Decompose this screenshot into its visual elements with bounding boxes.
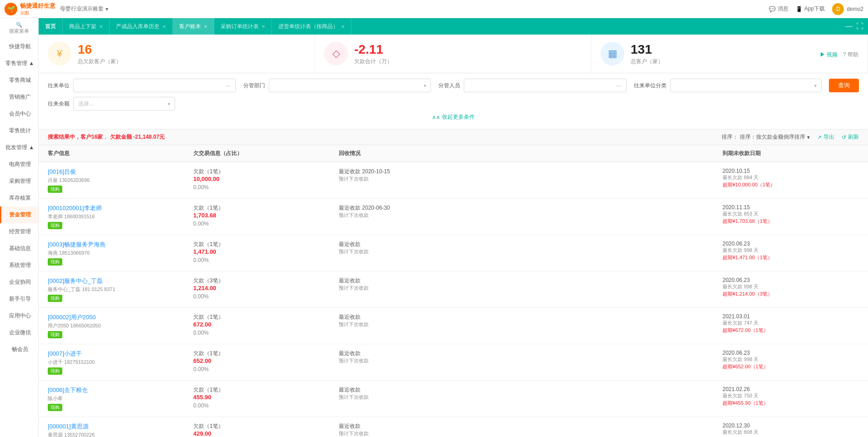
overdue-link-2[interactable]: 超期¥1,471.00（1笔） xyxy=(722,255,773,260)
customer-name-0[interactable]: [0016]吕俊 xyxy=(48,168,193,176)
sidebar-item-member[interactable]: 会员中心 xyxy=(0,105,38,122)
sidebar-item-marketing[interactable]: 营销推广 xyxy=(0,89,38,105)
sidebar-item-inventory[interactable]: 库存核算 xyxy=(0,190,38,206)
sort-control[interactable]: 排序： 排序：按欠款金额倒序排序 ▾ xyxy=(722,133,810,141)
tab-close-icon-2[interactable]: ✕ xyxy=(162,24,166,29)
tab-close-icon-5[interactable]: ✕ xyxy=(341,24,345,29)
tab-close-icon[interactable]: ✕ xyxy=(99,24,103,29)
debt-amount-6[interactable]: 455.90 xyxy=(193,394,339,401)
customer-name-1[interactable]: [0001020001]李老师 xyxy=(48,204,193,212)
customer-tag-1: 现购 xyxy=(48,222,62,229)
sidebar-item-finance[interactable]: 资金管理 xyxy=(0,206,38,223)
debt-amount-2[interactable]: 1,471.00 xyxy=(193,248,339,255)
filter-source-unit: 往来单位 ··· xyxy=(48,79,236,92)
sidebar-item-system[interactable]: 系统管理 xyxy=(0,257,38,274)
collapse-icon: ∧∧ xyxy=(432,114,440,121)
overdue-link-0[interactable]: 超期¥10,000.00（1笔） xyxy=(722,182,775,187)
customer-name-7[interactable]: [000001]黄思源 xyxy=(48,422,193,431)
result-bar: 搜索结果中，客户16家， 欠款金额 -21,148.07元 排序： 排序：按欠款… xyxy=(39,130,868,145)
refresh-btn[interactable]: ↺ 刷新 xyxy=(842,133,859,141)
debt-percent-6: 0.00% xyxy=(193,402,339,409)
sidebar-item-app-center[interactable]: 应用中心 xyxy=(0,307,38,324)
window-minimize-icon[interactable]: — xyxy=(845,22,853,30)
overdue-link-3[interactable]: 超期¥1,214.00（3笔） xyxy=(722,291,773,296)
sidebar-item-purchase[interactable]: 采购管理 xyxy=(0,173,38,190)
debt-amount-5[interactable]: 652.00 xyxy=(193,357,339,364)
tab-close-icon-4[interactable]: ✕ xyxy=(261,24,265,29)
overdue-link-1[interactable]: 超期¥1,703.68（1笔） xyxy=(722,218,773,224)
customer-tag-6: 现购 xyxy=(48,404,62,411)
last-collection-2: 最近收款 xyxy=(339,241,722,248)
unit-category-label: 往来单位分类 xyxy=(634,82,667,90)
customer-tag-0: 现购 xyxy=(48,186,62,193)
tab-import-stats[interactable]: 进货单统计表（按商品） ✕ xyxy=(272,18,351,35)
sidebar-item-basic-info[interactable]: 基础信息 xyxy=(0,240,38,257)
search-button[interactable]: 查询 xyxy=(829,79,859,92)
tab-home[interactable]: 首页 xyxy=(39,18,63,35)
tab-product-shelf[interactable]: 商品上下架 ✕ xyxy=(63,18,110,35)
sidebar-item-retail-mall[interactable]: 零售商城 xyxy=(0,72,38,89)
customer-name-2[interactable]: [0003]畅捷服务尹海燕 xyxy=(48,241,193,249)
sidebar-item-wholesale[interactable]: 批发管理 ▲ xyxy=(0,139,38,156)
sidebar-item-enterprise-wechat[interactable]: 企业微信 xyxy=(0,324,38,341)
debt-info-0: 欠款（1笔） 10,000.00 0.00% xyxy=(193,168,339,191)
video-link[interactable]: ▶ 视频 xyxy=(820,51,838,59)
customer-name-6[interactable]: [0006]去下粮仓 xyxy=(48,386,193,394)
app-download-btn[interactable]: 📱 App下载 xyxy=(796,5,825,13)
window-expand-icon[interactable]: ⛶ xyxy=(856,22,863,30)
unit-category-select[interactable]: ▾ xyxy=(670,79,822,92)
overdue-info-4: 2021.03.01 最长欠款 747 天 超期¥672.00（1笔） xyxy=(722,313,859,334)
source-unit-input[interactable]: ··· xyxy=(73,79,236,92)
debt-percent-3: 0.00% xyxy=(193,293,339,300)
sidebar-item-retail-mgmt[interactable]: 零售管理 ▲ xyxy=(0,55,38,72)
store-selector[interactable]: 母婴行业演示账套 ▾ xyxy=(60,5,108,13)
debt-amount-3[interactable]: 1,214.00 xyxy=(193,285,339,291)
customer-tag-5: 现购 xyxy=(48,367,62,375)
tab-customer-ledger[interactable]: 客户账本 ✕ xyxy=(173,18,214,35)
sidebar-item-operations[interactable]: 经营管理 xyxy=(0,223,38,240)
dept-select[interactable]: ▾ xyxy=(269,79,431,92)
collapse-filter-btn[interactable]: ∧∧ 收起更多条件 xyxy=(48,111,859,124)
last-collection-5: 最近收款 xyxy=(339,350,722,357)
sidebar-item-quick-nav[interactable]: 快捷导航 xyxy=(0,38,38,55)
col-header-customer: 客户信息 xyxy=(48,150,193,157)
debt-amount-0[interactable]: 10,000.00 xyxy=(193,176,339,182)
customer-name-4[interactable]: [000002]用户2050 xyxy=(48,313,193,321)
help-link[interactable]: ? 帮助 xyxy=(843,51,858,59)
debt-info-7: 欠款（1笔） 429.00 0.00% xyxy=(193,422,339,437)
tab-purchase-stats[interactable]: 采购订单统计表 ✕ xyxy=(214,18,272,35)
person-input[interactable]: ··· xyxy=(464,79,627,92)
sidebar-search[interactable]: 🔍 搜索菜单 xyxy=(0,18,38,38)
customer-name-5[interactable]: [0007]小进干 xyxy=(48,350,193,358)
stat-debt-customers: ¥ 16 总欠款客户（家） xyxy=(39,35,315,73)
export-btn[interactable]: ↗ 导出 xyxy=(817,133,834,141)
balance-label: 往来余额 xyxy=(48,100,70,108)
arrow-icon-wholesale: ▲ xyxy=(29,144,34,151)
sidebar-item-chang-member[interactable]: 畅会员 xyxy=(0,341,38,358)
due-date-2: 2020.06.23 xyxy=(722,241,859,247)
sidebar-item-retail-stats[interactable]: 零售统计 xyxy=(0,122,38,139)
last-collection-4: 最近收款 xyxy=(339,313,722,321)
debt-amount-7[interactable]: 429.00 xyxy=(193,430,339,437)
customer-name-3[interactable]: [0002]服务中心_丁磊 xyxy=(48,277,193,285)
debt-amount-1[interactable]: 1,703.68 xyxy=(193,212,339,219)
filter-balance: 往来余额 选择... ▾ xyxy=(48,97,175,111)
tab-product-history[interactable]: 产成品入库单历史 ✕ xyxy=(110,18,173,35)
user-avatar-area[interactable]: D demo2 xyxy=(832,3,863,15)
sidebar-item-ecommerce[interactable]: 电商管理 xyxy=(0,156,38,173)
debt-amount-4[interactable]: 672.00 xyxy=(193,321,339,328)
stat-icon-amount: ◇ xyxy=(324,42,348,65)
overdue-link-6[interactable]: 超期¥455.90（1笔） xyxy=(722,400,768,406)
table-row: [0016]吕俊 吕俊 13026203696 现购 欠款（1笔） 10,000… xyxy=(39,162,868,199)
sidebar-item-cooperation[interactable]: 企业协同 xyxy=(0,274,38,291)
balance-select[interactable]: 选择... ▾ xyxy=(73,97,175,111)
message-btn[interactable]: 💬 消息 xyxy=(769,5,788,13)
tab-close-icon-3[interactable]: ✕ xyxy=(204,24,207,29)
export-icon: ↗ xyxy=(817,134,822,141)
table-area: 客户信息 欠交易信息（占比） 回收情况 到期未收款日期 [0016]吕俊 吕俊 … xyxy=(39,145,868,437)
overdue-link-4[interactable]: 超期¥672.00（1笔） xyxy=(722,327,768,333)
sidebar-item-guide[interactable]: 新手引导 xyxy=(0,291,38,307)
overdue-days-5: 最长欠款 998 天 xyxy=(722,356,859,363)
overdue-link-5[interactable]: 超期¥652.00（1笔） xyxy=(722,364,768,369)
tab-bar: 首页 商品上下架 ✕ 产成品入库单历史 ✕ 客户账本 ✕ 采购订单统计表 ✕ xyxy=(39,18,868,35)
